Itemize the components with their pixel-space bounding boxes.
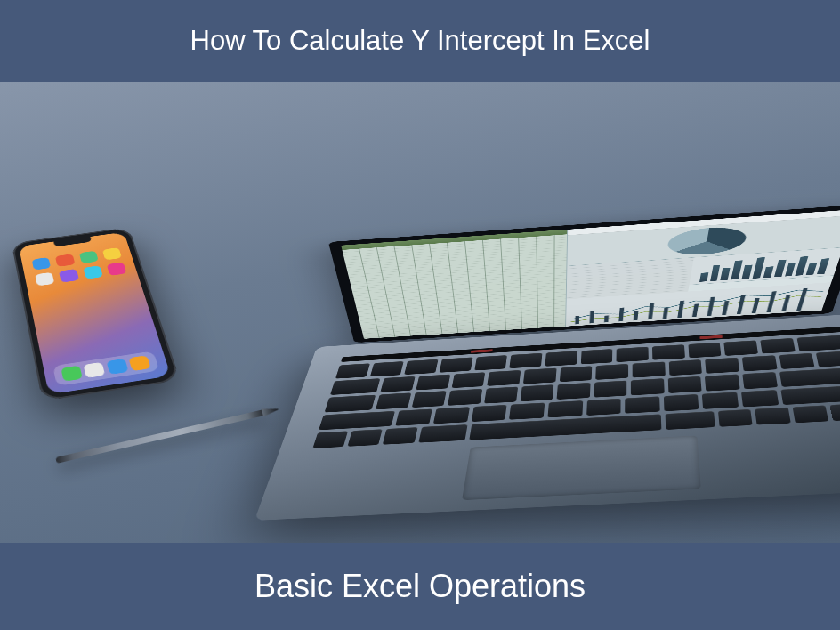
dock-icon: [61, 366, 84, 382]
app-icon: [102, 247, 122, 260]
app-icon: [78, 251, 98, 264]
laptop-trackpad: [462, 435, 701, 500]
page-subtitle: Basic Excel Operations: [254, 568, 586, 605]
svg-line-13: [769, 291, 774, 312]
laptop-keyboard: [312, 327, 840, 448]
app-icon: [83, 265, 103, 279]
app-icon: [59, 269, 78, 282]
app-icon: [32, 257, 52, 271]
svg-line-6: [665, 308, 666, 319]
phone-app-grid: [32, 247, 127, 286]
svg-line-2: [607, 316, 608, 323]
dashboard-right-pane: [566, 209, 840, 327]
dock-icon: [128, 355, 150, 371]
header-banner: How To Calculate Y Intercept In Excel: [0, 0, 840, 82]
svg-line-11: [739, 295, 744, 314]
app-icon: [107, 262, 127, 276]
svg-line-10: [724, 301, 727, 315]
hero-illustration: [0, 82, 840, 543]
svg-line-7: [680, 301, 682, 318]
svg-line-8: [694, 304, 697, 318]
page-title: How To Calculate Y Intercept In Excel: [190, 25, 650, 57]
svg-line-3: [621, 308, 622, 322]
svg-line-9: [709, 297, 713, 316]
spreadsheet-cells: [342, 234, 567, 339]
phone-dock: [52, 351, 159, 385]
svg-line-14: [784, 295, 788, 311]
svg-line-5: [650, 303, 652, 319]
svg-line-12: [754, 298, 757, 313]
svg-line-1: [592, 311, 593, 324]
spreadsheet-left-pane: [341, 230, 567, 339]
app-icon: [35, 272, 54, 286]
app-icon: [55, 254, 75, 267]
dock-icon: [84, 362, 106, 378]
svg-line-15: [799, 288, 806, 311]
laptop-base: [254, 313, 840, 521]
pie-chart-icon: [666, 225, 748, 257]
dock-icon: [106, 359, 128, 375]
footer-banner: Basic Excel Operations: [0, 543, 840, 630]
phone-notch: [53, 237, 92, 246]
svg-line-4: [635, 311, 636, 320]
